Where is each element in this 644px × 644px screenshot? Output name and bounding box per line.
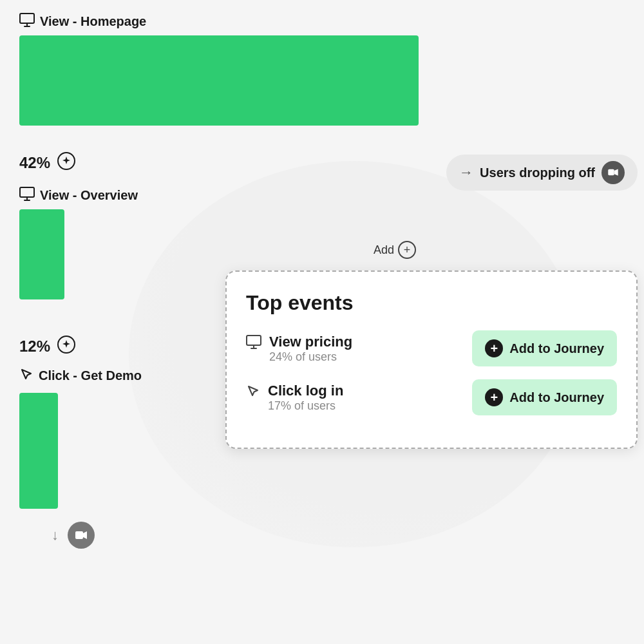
add-journey-btn-1[interactable]: + Add to Journey: [472, 330, 617, 366]
step3-bar: [19, 393, 58, 509]
svg-rect-2: [20, 187, 34, 197]
step1-container: View - Homepage: [19, 13, 419, 126]
step3-click-icon: [19, 367, 33, 384]
add-journey-plus-icon-1: +: [485, 339, 503, 357]
step3-container: Click - Get Demo: [19, 367, 142, 384]
video-cam-icon-badge[interactable]: [601, 161, 625, 184]
step1-label: View - Homepage: [19, 13, 419, 30]
step2-ai-icon: [57, 335, 76, 358]
step2-monitor-icon: [19, 187, 35, 204]
svg-rect-4: [75, 531, 83, 539]
add-button-middle[interactable]: Add +: [374, 238, 416, 261]
video-cam-icon-small[interactable]: [68, 522, 95, 549]
dropout-arrow-icon: →: [459, 164, 473, 181]
step2-meta: 12%: [19, 335, 76, 358]
step1-monitor-icon: [19, 13, 35, 30]
event2-click-icon: [246, 384, 260, 402]
add-journey-btn-2[interactable]: + Add to Journey: [472, 379, 617, 415]
event-row-2: Click log in 17% of users + Add to Journ…: [246, 379, 617, 415]
down-arrow-icon: ↓: [52, 527, 59, 544]
event2-info: Click log in 17% of users: [246, 383, 343, 413]
event1-text: View pricing 24% of users: [269, 334, 352, 364]
dropout-badge: → Users dropping off: [446, 155, 638, 191]
main-container: View - Homepage 42%: [0, 0, 644, 644]
plus-circle-icon-middle: +: [398, 241, 416, 259]
step2-bar: [19, 209, 64, 299]
step3-label: Click - Get Demo: [19, 367, 142, 384]
step3-footer: ↓: [52, 522, 95, 549]
step1-bar: [19, 35, 419, 126]
step2-label: View - Overview: [19, 187, 138, 204]
top-events-popup: Top events View pricing 24% of users: [225, 270, 638, 449]
svg-rect-0: [20, 14, 34, 23]
svg-rect-5: [608, 169, 614, 175]
event1-monitor-icon: [246, 335, 261, 353]
svg-rect-6: [247, 336, 261, 345]
top-events-title: Top events: [246, 291, 617, 315]
step2-container: View - Overview: [19, 187, 138, 299]
event1-info: View pricing 24% of users: [246, 334, 352, 364]
step1-ai-icon: [57, 151, 76, 175]
event-row-1: View pricing 24% of users + Add to Journ…: [246, 330, 617, 366]
add-journey-plus-icon-2: +: [485, 388, 503, 406]
step1-meta: 42%: [19, 151, 76, 175]
event2-text: Click log in 17% of users: [268, 383, 343, 413]
dropout-label: Users dropping off: [480, 166, 595, 180]
